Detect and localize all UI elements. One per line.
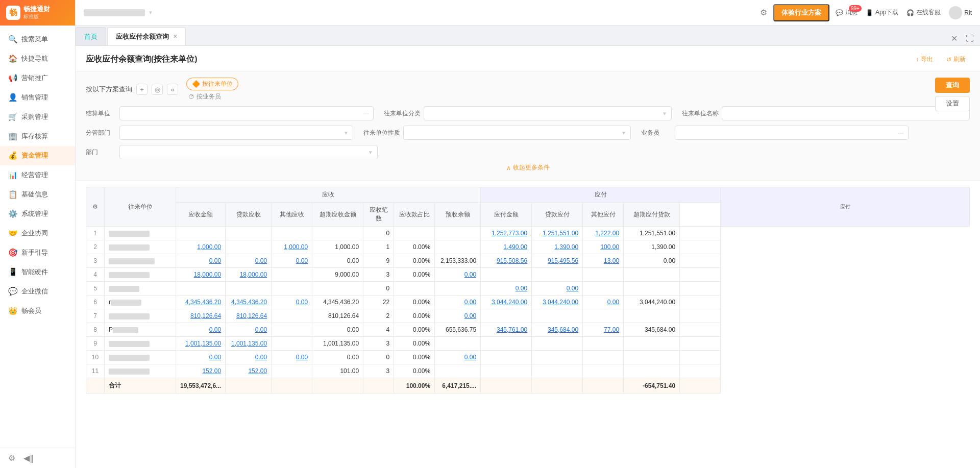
collapse-conditions-button[interactable]: ∧ 收起更多条件	[86, 159, 970, 174]
count-val: 9	[363, 254, 394, 268]
table-row: 8 P 0.00 0.00 0.00 4 0.00% 655,636.75 34…	[86, 323, 970, 337]
fu-col-val	[680, 282, 721, 295]
settings-bottom-icon[interactable]: ⚙	[8, 453, 15, 463]
count-val: 1	[363, 240, 394, 254]
operation-icon: 📊	[8, 170, 17, 180]
prepay-val	[435, 337, 481, 351]
wanglai-fen-label: 往来单位分类	[384, 109, 421, 118]
sidebar-item-finance[interactable]: 💰 资金管理	[0, 146, 75, 165]
bumen-input[interactable]: ▼	[119, 145, 378, 159]
footer-overdue	[312, 378, 363, 393]
prepay-val: 0.00	[435, 351, 481, 364]
row-no: 2	[86, 240, 105, 254]
wanglai-name-input[interactable]	[722, 106, 970, 120]
filter-by-employee-button[interactable]: ⏱ 按业务员	[186, 92, 238, 101]
page-title: 应收应付余额查询(按往来单位)	[86, 54, 198, 65]
overdue-val	[312, 282, 363, 295]
table-row: 9 1,001,135.00 1,001,135.00 1,001,135.00…	[86, 337, 970, 351]
tab-ar-ap[interactable]: 应收应付余额查询 ✕	[107, 27, 186, 45]
ratio-val: 0.00%	[394, 240, 435, 254]
yewu-field-group: 业务员 ···	[641, 126, 970, 140]
search-collapse-button[interactable]: «	[167, 84, 178, 95]
sidebar-item-guide[interactable]: 🎯 新手引导	[0, 243, 75, 262]
footer-label: 合计	[105, 378, 176, 393]
sidebar-item-label: 采购管理	[21, 112, 48, 121]
refresh-button[interactable]: ↺ 刷新	[942, 53, 970, 66]
jiesuan-dots-icon[interactable]: ···	[363, 109, 369, 117]
tab-close-icon[interactable]: ✕	[173, 34, 177, 39]
sidebar-item-operation[interactable]: 📊 经营管理	[0, 165, 75, 185]
sidebar-item-hardware[interactable]: 📱 智能硬件	[0, 262, 75, 282]
sidebar-menu: 🔍 搜索菜单 🏠 快捷导航 📢 营销推广 👤 销售管理 🛒 采购管理 🏢 库存核…	[0, 26, 75, 448]
other-shou-val	[272, 309, 312, 323]
sidebar-item-quick-nav[interactable]: 🏠 快捷导航	[0, 49, 75, 68]
search-add-button[interactable]: +	[136, 84, 148, 95]
sidebar-item-marketing[interactable]: 📢 营销推广	[0, 68, 75, 88]
home-icon: 🏠	[8, 54, 17, 63]
fu-other-val: 77.00	[583, 323, 624, 337]
fu-other-val	[583, 337, 624, 351]
sidebar-item-search-menu[interactable]: 🔍 搜索菜单	[0, 30, 75, 49]
fu-overdue-val	[624, 351, 680, 364]
sidebar-item-purchase[interactable]: 🛒 采购管理	[0, 107, 75, 127]
sidebar-item-basic[interactable]: 📋 基础信息	[0, 185, 75, 204]
table-row: 11 152.00 152.00 101.00 3 0.00%	[86, 364, 970, 378]
fu-col-val	[680, 323, 721, 337]
tabs-actions: ✕ ⛶	[949, 32, 980, 45]
table-row: 1 0 1,252,773.00 1,251,551.00 1,222.00 1…	[86, 227, 970, 240]
tab-expand-icon[interactable]: ⛶	[964, 32, 976, 45]
partner-name: r	[105, 295, 176, 309]
tab-close-all-icon[interactable]: ✕	[949, 32, 960, 45]
overdue-val: 810,126.64	[312, 309, 363, 323]
table-row: 2 1,000.00 1,000.00 1,000.00 1 0.00% 1,4…	[86, 240, 970, 254]
fenguan-field-group: 分管部门 ▼	[86, 126, 353, 140]
sidebar-item-label: 企业微信	[21, 287, 48, 296]
footer-ratio: 100.00%	[394, 378, 435, 393]
wanglai-xing-field-group: 往来单位性质 ▼	[363, 126, 631, 140]
message-button[interactable]: 💬 消息 99+	[836, 8, 857, 17]
partner-name	[105, 364, 176, 378]
sidebar-item-label: 系统管理	[21, 209, 48, 218]
sidebar-item-system[interactable]: ⚙️ 系统管理	[0, 204, 75, 224]
jiesuan-input[interactable]: ···	[119, 106, 374, 120]
user-menu[interactable]: Rit	[949, 6, 972, 19]
sidebar-item-inventory[interactable]: 🏢 库存核算	[0, 127, 75, 146]
header-gear-icon[interactable]: ⚙	[760, 8, 767, 17]
promo-button[interactable]: 体验行业方案	[773, 4, 829, 21]
fu-amount-header: 应付金额	[481, 203, 532, 227]
breadcrumb: ▼	[84, 9, 754, 16]
tab-home-label: 首页	[84, 32, 97, 41]
sidebar-item-wechat[interactable]: 💬 企业微信	[0, 282, 75, 301]
fu-daikuan-val: 345,684.00	[532, 323, 583, 337]
daikuan-val: 18,000.00	[226, 268, 272, 282]
message-icon: 💬	[836, 9, 843, 16]
sidebar-item-sales[interactable]: 👤 销售管理	[0, 88, 75, 107]
search-setting-button[interactable]: ◎	[152, 84, 163, 95]
yewu-input[interactable]: ···	[675, 126, 909, 140]
tab-home[interactable]: 首页	[76, 27, 106, 45]
yewu-dots-icon[interactable]: ···	[898, 129, 904, 137]
wanglai-fen-field-group: 往来单位分类 ▼	[384, 106, 672, 120]
enterprise-icon: 🤝	[8, 229, 17, 238]
online-service-button[interactable]: 🎧 在线客服	[906, 8, 941, 17]
sidebar-item-label: 企业协同	[21, 229, 48, 238]
export-button[interactable]: ↑ 导出	[912, 53, 937, 66]
query-button[interactable]: 查询	[935, 78, 970, 93]
fu-amount-val	[481, 364, 532, 378]
table-setting-header[interactable]: ⚙	[86, 187, 105, 227]
wanglai-xing-input[interactable]: ▼	[403, 126, 631, 140]
wanglai-fen-input[interactable]: ▼	[424, 106, 672, 120]
app-download-button[interactable]: 📱 App下载	[866, 8, 898, 17]
sidebar-item-label: 新手引导	[21, 248, 48, 257]
sidebar-item-label: 基础信息	[21, 190, 48, 199]
row-no: 11	[86, 364, 105, 378]
filter-by-partner-button[interactable]: 🔶 按往来单位	[186, 78, 238, 90]
settings-button[interactable]: 设置	[935, 96, 970, 111]
sidebar-item-member[interactable]: 👑 畅会员	[0, 301, 75, 321]
fu-overdue-val	[624, 268, 680, 282]
sidebar-item-enterprise[interactable]: 🤝 企业协同	[0, 224, 75, 243]
fenguan-input[interactable]: ▼	[119, 126, 353, 140]
collapse-sidebar-icon[interactable]: ◀‖	[23, 453, 34, 463]
other-shou-val: 0.00	[272, 351, 312, 364]
footer-count	[363, 378, 394, 393]
